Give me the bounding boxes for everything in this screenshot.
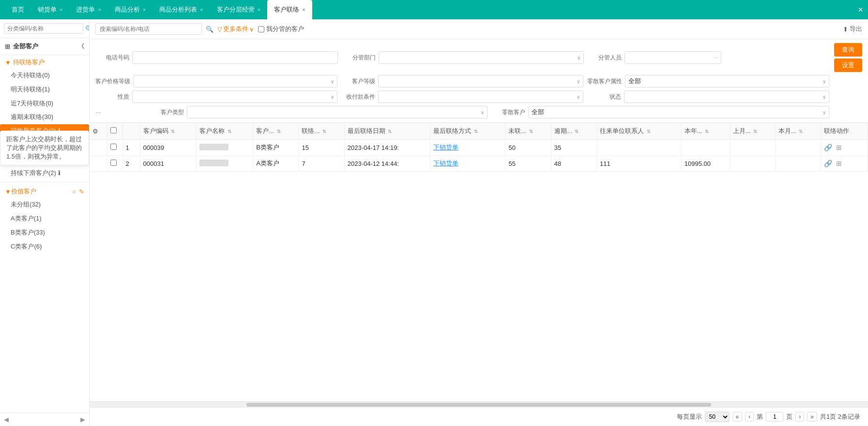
first-page-button[interactable]: « xyxy=(732,412,743,422)
sidebar-item-7days[interactable]: 近7天待联络(0) xyxy=(0,97,89,111)
col-last-method[interactable]: 最后联络方式 ⇅ xyxy=(430,123,505,140)
retail-attr-select[interactable]: 全部 ∨ xyxy=(625,75,829,88)
col-check[interactable] xyxy=(107,123,122,140)
query-button[interactable]: 查询 xyxy=(834,43,862,57)
row-code: 000039 xyxy=(140,140,197,156)
customer-grade-field: 客户等级 ∨ xyxy=(341,75,583,88)
edit-icon[interactable]: ✎ xyxy=(79,188,84,195)
sidebar-item-declining[interactable]: 持续下滑客户(2) ℹ xyxy=(0,166,89,180)
col-last-month[interactable]: 上月... ⇅ xyxy=(730,123,775,140)
row-checkbox[interactable] xyxy=(110,144,117,150)
close-product-analysis-icon[interactable]: × xyxy=(143,7,146,13)
customer-grade-select[interactable]: ∨ xyxy=(378,75,583,88)
last-page-button[interactable]: » xyxy=(807,412,817,422)
price-grade-select[interactable]: ∨ xyxy=(133,75,337,88)
row-check[interactable] xyxy=(107,140,122,156)
row-last-month xyxy=(730,140,775,156)
col-this-year[interactable]: 本年... ⇅ xyxy=(681,123,730,140)
close-all-button[interactable]: × xyxy=(858,5,863,15)
dept-label: 分管部门 xyxy=(342,54,376,62)
col-unit-contact[interactable]: 往来单位联系人 ⇅ xyxy=(596,123,681,140)
col-name[interactable]: 客户名称 ⇅ xyxy=(197,123,253,140)
value-customer-header[interactable]: ▼ 价值客户 ○ ✎ xyxy=(0,184,89,198)
nav-purchase[interactable]: 进货单 × xyxy=(69,0,107,19)
sidebar-item-class-c[interactable]: C类客户(6) xyxy=(0,240,89,254)
nav-home[interactable]: 首页 xyxy=(5,0,31,19)
row-checkbox[interactable] xyxy=(110,160,117,166)
collapse-icon[interactable]: 《 xyxy=(78,42,84,51)
prev-page-icon[interactable]: ◀ xyxy=(4,416,9,423)
retail-customer-select[interactable]: 全部 ∨ xyxy=(528,106,829,118)
main-search-input[interactable] xyxy=(95,23,202,35)
nature-select[interactable]: ∨ xyxy=(132,90,337,103)
row-check[interactable] xyxy=(107,156,122,172)
my-customers-checkbox-label[interactable]: 我分管的客户 xyxy=(258,25,304,33)
sidebar-item-today[interactable]: 今天待联络(0) xyxy=(0,69,89,83)
col-this-month[interactable]: 本月... ⇅ xyxy=(775,123,821,140)
page-input[interactable] xyxy=(766,412,783,422)
sidebar-item-overdue[interactable]: 逾期未联络(30) xyxy=(0,110,89,124)
close-customer-contact-icon[interactable]: × xyxy=(302,7,305,13)
col-action: 联络动作 xyxy=(821,123,868,140)
phone-input[interactable] xyxy=(132,51,338,64)
more-conditions-button[interactable]: ▽ 更多条件 ∨ xyxy=(217,25,254,33)
retail-attr-field: 零散客户属性 全部 ∨ xyxy=(587,75,829,88)
horizontal-scrollbar[interactable] xyxy=(90,401,868,407)
scroll-thumb[interactable] xyxy=(246,403,711,407)
phone-field: 电话号码 xyxy=(95,51,338,64)
close-customer-tier-icon[interactable]: × xyxy=(258,7,260,13)
row-category: A类客户 xyxy=(253,156,299,172)
row-name xyxy=(197,156,253,172)
grid-icon: ⊞ xyxy=(5,43,10,50)
export-button[interactable]: ⬆ 导出 xyxy=(843,25,862,33)
sidebar-item-class-b[interactable]: B类客户(33) xyxy=(0,226,89,240)
next-page-button[interactable]: › xyxy=(795,412,804,422)
col-contact[interactable]: 联络... ⇅ xyxy=(299,123,344,140)
nav-customer-tier[interactable]: 客户分层经营 × xyxy=(210,0,267,19)
table-row: 1 000039 B类客户 15 2023-04-17 14:19: 下销货单 … xyxy=(90,140,868,156)
prev-page-button[interactable]: ‹ xyxy=(745,412,754,422)
col-last-date[interactable]: 最后联络日期 ⇅ xyxy=(344,123,430,140)
nav-sales[interactable]: 销货单 × xyxy=(31,0,69,19)
chevron-retail-icon: ∨ xyxy=(822,79,826,84)
more-dots[interactable]: ··· xyxy=(95,108,101,116)
sidebar-item-ungrouped[interactable]: 未分组(32) xyxy=(0,198,89,212)
customer-type-select[interactable]: ∨ xyxy=(187,106,488,118)
circle-icon[interactable]: ○ xyxy=(72,188,76,195)
sidebar-item-tomorrow[interactable]: 明天待联络(1) xyxy=(0,83,89,97)
nav-product-list[interactable]: 商品分析列表 × xyxy=(152,0,210,19)
close-purchase-icon[interactable]: × xyxy=(98,7,101,13)
manager-select[interactable]: ··· xyxy=(624,51,721,64)
close-sales-icon[interactable]: × xyxy=(60,7,62,13)
payment-select[interactable]: ∨ xyxy=(378,90,583,103)
action-link-icon[interactable]: 🔗 xyxy=(824,144,832,151)
main-search-button[interactable]: 🔍 xyxy=(206,26,213,33)
nav-product-analysis[interactable]: 商品分析 × xyxy=(108,0,152,19)
sidebar-item-class-a[interactable]: A类客户(1) xyxy=(0,212,89,226)
pending-contact-group[interactable]: ▼ 待联络客户 xyxy=(0,55,89,69)
select-all-checkbox[interactable] xyxy=(110,127,117,133)
price-grade-field: 客户价格等级 ∨ xyxy=(95,75,337,88)
col-uncontacted[interactable]: 未联... ⇅ xyxy=(505,123,551,140)
row-last-method[interactable]: 下销货单 xyxy=(430,140,505,156)
sidebar-search-input[interactable] xyxy=(4,23,83,34)
close-product-list-icon[interactable]: × xyxy=(200,7,203,13)
my-customers-checkbox[interactable] xyxy=(258,26,264,32)
per-page-select[interactable]: 20 50 100 xyxy=(705,411,730,422)
col-category[interactable]: 客户... ⇅ xyxy=(253,123,299,140)
action-grid-icon[interactable]: ⊞ xyxy=(836,144,842,151)
pagination-bar: 每页显示 20 50 100 « ‹ 第 页 › » 共1页 2条记录 xyxy=(90,407,868,426)
next-page-icon[interactable]: ▶ xyxy=(80,416,85,423)
row-last-method[interactable]: 下销货单 xyxy=(430,156,505,172)
settings-button[interactable]: 设置 xyxy=(834,59,862,72)
sidebar-search-icon[interactable]: 🔍 xyxy=(85,25,90,32)
nav-customer-contact[interactable]: 客户联络 × xyxy=(267,0,312,19)
action-link-icon[interactable]: 🔗 xyxy=(824,160,832,167)
col-overdue[interactable]: 逾期... ⇅ xyxy=(551,123,596,140)
col-settings[interactable]: ⚙ xyxy=(90,123,107,140)
status-select[interactable]: ∨ xyxy=(624,90,829,103)
filter-bar: 🔍 ▽ 更多条件 ∨ 我分管的客户 ⬆ 导出 xyxy=(90,19,868,39)
action-grid-icon[interactable]: ⊞ xyxy=(836,160,842,167)
col-code[interactable]: 客户编码 ⇅ xyxy=(140,123,197,140)
dept-select[interactable]: ∨ xyxy=(379,51,584,64)
